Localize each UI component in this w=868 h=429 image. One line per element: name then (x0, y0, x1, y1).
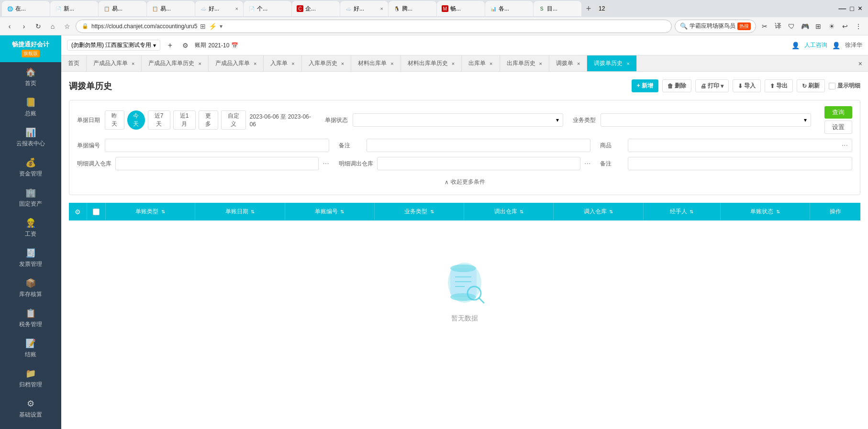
page-tab-1[interactable]: 产成品入库单 × (87, 55, 142, 71)
close-button[interactable]: × (858, 4, 862, 13)
page-tab-5[interactable]: 入库单历史 × (302, 55, 351, 71)
biztype-select[interactable]: ▾ (601, 113, 811, 127)
page-tab-1-close[interactable]: × (132, 61, 134, 66)
export-button[interactable]: ⬆ 导出 (765, 79, 793, 92)
grid-tool[interactable]: ⊞ (812, 21, 824, 32)
maximize-button[interactable]: □ (850, 5, 854, 12)
goods-dots-button[interactable]: ··· (842, 141, 848, 150)
browser-tab-10[interactable]: 📊 各... (485, 1, 533, 16)
sidebar-item-archive[interactable]: 📁 归档管理 (0, 363, 61, 394)
delete-button[interactable]: 🗑 删除 (662, 79, 691, 92)
date-btn-7days[interactable]: 近7天 (148, 110, 170, 130)
back-button[interactable]: ‹ (4, 21, 15, 32)
date-btn-custom[interactable]: 自定义 (221, 110, 246, 130)
page-tab-6[interactable]: 材料出库单 × (351, 55, 401, 71)
sidebar-item-settings[interactable]: ⚙ 基础设置 (0, 394, 61, 424)
customer-service-link[interactable]: 人工咨询 (804, 41, 827, 49)
date-btn-more[interactable]: 更多 (199, 110, 218, 130)
from-warehouse-input[interactable] (115, 157, 319, 170)
page-tab-2-close[interactable]: × (198, 61, 201, 66)
th-doc-date[interactable]: 单账日期 ⇅ (195, 203, 285, 220)
date-btn-yesterday[interactable]: 昨天 (105, 110, 124, 130)
show-toggle[interactable]: 显示明细 (829, 82, 860, 90)
print-button[interactable]: 🖨 打印 ▾ (695, 79, 729, 92)
page-tab-8-close[interactable]: × (490, 61, 492, 66)
url-bar[interactable]: 🔒 https://cloud.chanjet.com/accounting/u… (76, 20, 672, 33)
page-tab-5-close[interactable]: × (341, 61, 344, 66)
refresh-button[interactable]: ↻ 刷新 (797, 79, 825, 92)
page-tab-home[interactable]: 首页 (61, 55, 87, 71)
page-tab-4[interactable]: 入库单 × (264, 55, 301, 71)
menu-tool[interactable]: ⋮ (853, 21, 864, 32)
page-tab-10-close[interactable]: × (577, 61, 580, 66)
page-tab-7[interactable]: 材料出库单历史 × (401, 55, 462, 71)
bookmark-button[interactable]: ☆ (61, 21, 73, 32)
browser-tab-11[interactable]: S 目... (534, 1, 581, 16)
forward-button[interactable]: › (18, 21, 30, 32)
browser-tab-6[interactable]: C 企... (292, 1, 340, 16)
sidebar-item-salary[interactable]: 👷 工资 (0, 213, 61, 243)
sidebar-item-report[interactable]: 📊 云报表中心 (0, 122, 61, 153)
th-doc-status[interactable]: 单账状态 ⇅ (720, 203, 810, 220)
browser-tab-7[interactable]: ☁️ 好... × (340, 1, 388, 16)
th-to-warehouse[interactable]: 调入仓库 ⇅ (554, 203, 643, 220)
translate-tool[interactable]: 译 (772, 21, 784, 32)
th-check[interactable] (87, 203, 106, 220)
browser-search-box[interactable]: 🔍 学霸应聘场驱鸟员 热搜 (675, 20, 756, 33)
browser-tab-3[interactable]: 📋 易... (147, 1, 195, 16)
collapse-button[interactable]: ∧ 收起更多条件 (77, 175, 852, 189)
to-warehouse-input[interactable] (377, 157, 580, 170)
table-settings-icon[interactable]: ⚙ (75, 208, 81, 216)
chevron-down-icon[interactable]: ▾ (220, 23, 223, 30)
page-tab-3[interactable]: 产成品入库单 × (209, 55, 264, 71)
page-tab-4-close[interactable]: × (291, 61, 294, 66)
calendar-icon[interactable]: 📅 (231, 42, 238, 49)
home-button[interactable]: ⌂ (47, 21, 58, 32)
import-button[interactable]: ⬇ 导入 (733, 79, 761, 92)
sidebar-item-close[interactable]: 📝 结账 (0, 333, 61, 363)
close-all-tabs-button[interactable]: × (858, 60, 862, 67)
status-select[interactable]: ▾ (353, 113, 563, 127)
th-settings[interactable]: ⚙ (69, 203, 87, 220)
page-tab-9[interactable]: 出库单历史 × (500, 55, 549, 71)
refresh-button[interactable]: ↻ (33, 21, 44, 32)
new-tab-button[interactable]: + (582, 2, 595, 15)
sidebar-item-home[interactable]: 🏠 首页 (0, 62, 61, 92)
browser-tab-2[interactable]: 📋 易... (99, 1, 146, 16)
note2-input[interactable] (628, 157, 852, 170)
browser-tab-1[interactable]: 📄 新... (50, 1, 98, 16)
browser-tab-0[interactable]: 🌐 在... (2, 1, 50, 16)
game-tool[interactable]: 🎮 (799, 21, 811, 32)
new-button[interactable]: + 新增 (632, 79, 658, 92)
page-tab-11[interactable]: 调拨单历史 × (587, 55, 636, 71)
page-tab-7-close[interactable]: × (452, 61, 455, 66)
browser-tab-8[interactable]: 🐧 腾... (389, 1, 436, 16)
company-selector[interactable]: (勿删勿禁用) 江西服宝测试专用 ▾ (67, 40, 160, 51)
sidebar-item-guide[interactable]: 📖 新手引导 (0, 424, 61, 429)
th-from-warehouse[interactable]: 调出仓库 ⇅ (464, 203, 554, 220)
date-btn-today[interactable]: 今天 (127, 110, 145, 130)
sidebar-item-asset[interactable]: 🏢 固定资产 (0, 183, 61, 213)
to-warehouse-dots-button[interactable]: ··· (584, 159, 590, 168)
undo-tool[interactable]: ↩ (839, 21, 851, 32)
browser-tab-5[interactable]: 📄 个... (244, 1, 291, 16)
page-tab-3-close[interactable]: × (254, 61, 256, 66)
tab-close-4[interactable]: × (235, 6, 238, 11)
sidebar-item-inventory[interactable]: 📦 库存核算 (0, 273, 61, 303)
sidebar-item-ledger[interactable]: 📒 总账 (0, 92, 61, 122)
th-handler[interactable]: 经手人 ⇅ (643, 203, 720, 220)
th-doc-num[interactable]: 单账编号 ⇅ (285, 203, 374, 220)
th-doc-type[interactable]: 单账类型 ⇅ (106, 203, 195, 220)
page-tab-11-close[interactable]: × (626, 61, 629, 66)
page-tab-10[interactable]: 调拨单 × (549, 55, 587, 71)
company-settings-button[interactable]: ⚙ (179, 40, 191, 51)
from-warehouse-dots-button[interactable]: ··· (323, 159, 329, 168)
add-company-button[interactable]: + (164, 40, 176, 51)
sun-tool[interactable]: ☀ (826, 21, 837, 32)
th-biz-type[interactable]: 业务类型 ⇅ (374, 203, 464, 220)
shield-tool[interactable]: 🛡 (786, 21, 797, 32)
page-tab-9-close[interactable]: × (539, 61, 542, 66)
page-tab-6-close[interactable]: × (390, 61, 393, 66)
tab-close-7[interactable]: × (380, 6, 383, 11)
page-tab-8[interactable]: 出库单 × (462, 55, 500, 71)
